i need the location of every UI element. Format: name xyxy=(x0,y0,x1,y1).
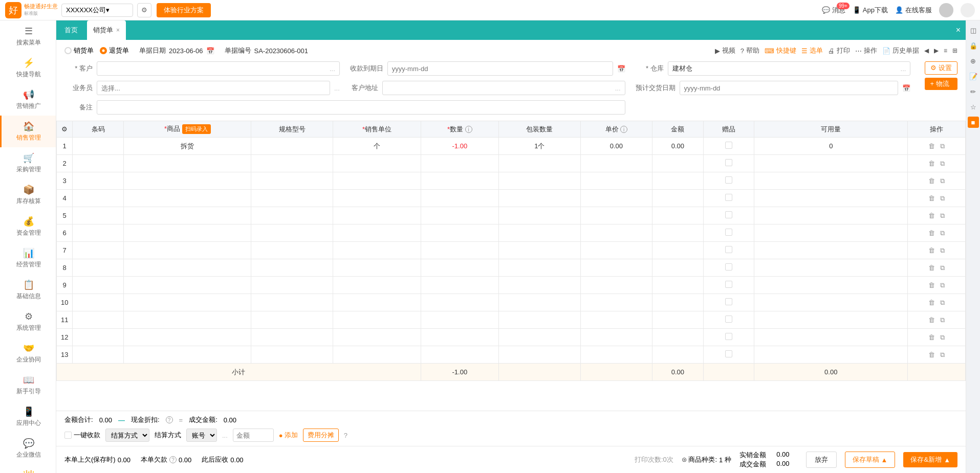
sidebar-item-guide[interactable]: 📖 新手引导 xyxy=(0,369,56,401)
gift-checkbox[interactable] xyxy=(725,316,732,323)
row-product[interactable] xyxy=(124,190,251,207)
sidebar-item-basic[interactable]: 📋 基础信息 xyxy=(0,274,56,306)
right-icon-6[interactable]: ☆ xyxy=(968,101,979,112)
history-btn[interactable]: 📄 历史单据 xyxy=(882,46,919,55)
row-gift[interactable] xyxy=(703,294,754,311)
row-gift[interactable] xyxy=(703,277,754,294)
row-pkg[interactable] xyxy=(498,294,580,311)
row-qty[interactable] xyxy=(421,155,498,172)
row-amount[interactable] xyxy=(652,207,704,224)
row-price[interactable] xyxy=(580,242,652,259)
row-product[interactable] xyxy=(124,207,251,224)
prev-btn[interactable]: ◀ xyxy=(924,47,929,54)
company-selector[interactable]: XXXXXX公司 ▾ xyxy=(61,4,133,17)
row-pkg[interactable] xyxy=(498,172,580,190)
row-barcode[interactable] xyxy=(73,259,124,277)
gift-checkbox[interactable] xyxy=(725,350,732,357)
row-amount[interactable] xyxy=(652,190,704,207)
trial-button[interactable]: 体验行业方案 xyxy=(157,3,211,17)
row-price[interactable] xyxy=(580,311,652,329)
gift-checkbox[interactable] xyxy=(725,263,732,271)
sidebar-item-finance[interactable]: 💰 资金管理 xyxy=(0,211,56,242)
delete-icon[interactable]: 🗑 xyxy=(928,160,935,167)
copy-icon[interactable]: ⧉ xyxy=(940,229,945,237)
row-product[interactable] xyxy=(124,277,251,294)
gift-checkbox[interactable] xyxy=(725,176,732,184)
row-unit[interactable] xyxy=(333,294,421,311)
salesperson-input[interactable] xyxy=(97,81,330,95)
row-spec[interactable] xyxy=(251,172,333,190)
discount-info-icon[interactable]: ? xyxy=(166,416,173,423)
row-barcode[interactable] xyxy=(73,294,124,311)
row-unit[interactable] xyxy=(333,311,421,329)
row-qty[interactable] xyxy=(421,294,498,311)
gift-checkbox[interactable] xyxy=(725,142,732,149)
delivery-input[interactable] xyxy=(680,81,899,95)
row-product[interactable] xyxy=(124,155,251,172)
sidebar-item-system[interactable]: ⚙ 系统管理 xyxy=(0,306,56,337)
row-spec[interactable] xyxy=(251,207,333,224)
row-qty[interactable] xyxy=(421,329,498,346)
account-select[interactable]: 账号 xyxy=(186,429,217,442)
gift-checkbox[interactable] xyxy=(725,281,732,288)
sidebar-item-marketing[interactable]: 📢 营销推广 xyxy=(0,84,56,116)
row-unit[interactable]: 个 xyxy=(333,138,421,155)
sidebar-item-collab[interactable]: 🤝 企业协同 xyxy=(0,337,56,369)
row-unit[interactable] xyxy=(333,207,421,224)
row-spec[interactable] xyxy=(251,277,333,294)
row-barcode[interactable] xyxy=(73,242,124,259)
gift-checkbox[interactable] xyxy=(725,298,732,305)
row-unit[interactable] xyxy=(333,190,421,207)
row-price[interactable] xyxy=(580,207,652,224)
sidebar-item-quicknav[interactable]: ⚡ 快捷导航 xyxy=(0,52,56,84)
row-spec[interactable] xyxy=(251,259,333,277)
gift-checkbox[interactable] xyxy=(725,246,732,253)
print-btn[interactable]: 🖨 打印 xyxy=(828,46,850,55)
sidebar-item-search[interactable]: ☰ 搜索菜单 xyxy=(0,20,56,52)
row-amount[interactable] xyxy=(652,294,704,311)
row-unit[interactable] xyxy=(333,172,421,190)
row-pkg[interactable]: 1个 xyxy=(498,138,580,155)
row-spec[interactable] xyxy=(251,138,333,155)
row-gift[interactable] xyxy=(703,190,754,207)
list-view-btn[interactable]: ≡ xyxy=(944,47,947,54)
row-price[interactable] xyxy=(580,277,652,294)
abandon-button[interactable]: 放弃 xyxy=(806,452,837,468)
copy-icon[interactable]: ⧉ xyxy=(940,351,945,358)
delete-icon[interactable]: 🗑 xyxy=(928,316,935,324)
save-draft-button[interactable]: 保存草稿 ▲ xyxy=(845,452,896,468)
copy-icon[interactable]: ⧉ xyxy=(940,142,945,150)
row-barcode[interactable] xyxy=(73,207,124,224)
row-pkg[interactable] xyxy=(498,224,580,242)
radio-sale[interactable]: 销货单 xyxy=(64,46,94,55)
row-amount[interactable] xyxy=(652,172,704,190)
row-amount[interactable] xyxy=(652,277,704,294)
row-gift[interactable] xyxy=(703,242,754,259)
message-button[interactable]: 💬 消息 99+ xyxy=(822,6,845,15)
copy-icon[interactable]: ⧉ xyxy=(940,212,945,219)
delete-icon[interactable]: 🗑 xyxy=(928,333,935,341)
gift-checkbox[interactable] xyxy=(725,333,732,340)
row-qty[interactable] xyxy=(421,224,498,242)
service-button[interactable]: 👤 在线客服 xyxy=(895,6,932,15)
salesperson-dots[interactable]: ... xyxy=(334,84,340,92)
sidebar-item-apps[interactable]: 📱 应用中心 xyxy=(0,401,56,433)
scan-button[interactable]: 扫码录入 xyxy=(182,124,211,134)
row-gift[interactable] xyxy=(703,259,754,277)
right-icon-3[interactable]: ⊕ xyxy=(968,55,979,66)
select-btn[interactable]: ☰ 选单 xyxy=(801,46,823,55)
row-amount[interactable] xyxy=(652,242,704,259)
tab-sales-order[interactable]: 销货单 × xyxy=(87,20,126,40)
row-price[interactable] xyxy=(580,346,652,364)
one-click-checkbox[interactable]: 一键收款 xyxy=(64,431,100,440)
delete-icon[interactable]: 🗑 xyxy=(928,246,935,254)
row-gift[interactable] xyxy=(703,224,754,242)
radio-return[interactable]: 退货单 xyxy=(100,46,129,55)
gift-checkbox[interactable] xyxy=(725,159,732,166)
row-qty[interactable] xyxy=(421,207,498,224)
row-unit[interactable] xyxy=(333,259,421,277)
row-product[interactable]: 拆货 xyxy=(124,138,251,155)
row-product[interactable] xyxy=(124,242,251,259)
sidebar-item-inventory[interactable]: 📦 库存核算 xyxy=(0,179,56,211)
row-barcode[interactable] xyxy=(73,172,124,190)
